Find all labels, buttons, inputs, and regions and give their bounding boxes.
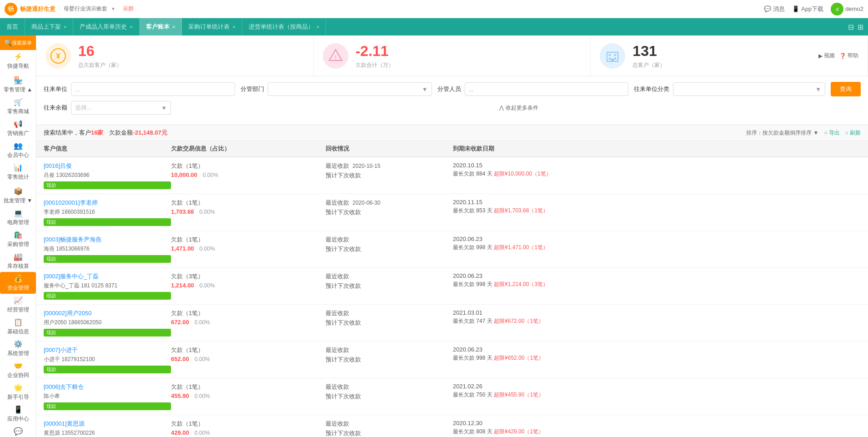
stat-icon-debt-total: ! bbox=[323, 43, 348, 69]
sidebar-item-inventory[interactable]: 🏭 库存核算 bbox=[0, 250, 36, 272]
tab-inbound-close[interactable]: × bbox=[316, 24, 319, 30]
overdue-link-1[interactable]: 超限¥10,000.00（1笔） bbox=[494, 171, 552, 177]
customer-name-4[interactable]: [0002]服务中心_丁磊 bbox=[44, 272, 171, 281]
export-btn[interactable]: ○ 导出 bbox=[824, 129, 840, 137]
tab-purchase-stats[interactable]: 采购订单统计表 × bbox=[182, 18, 242, 35]
sidebar-item-wechat[interactable]: 💬 企业微信 bbox=[0, 425, 36, 437]
retail-mgmt-icon: 🏪 bbox=[14, 76, 23, 85]
stat-label-total-customers: 总客户（家） bbox=[632, 61, 665, 69]
tab-production-close[interactable]: × bbox=[130, 24, 132, 30]
store-dropdown-icon[interactable]: ▼ bbox=[111, 6, 115, 11]
customer-tag-1: 现款 bbox=[44, 181, 171, 189]
sidebar-item-marketing[interactable]: 📢 营销推广 bbox=[0, 117, 36, 139]
overdue-link-7[interactable]: 超限¥455.90（1笔） bbox=[494, 392, 544, 398]
sidebar-item-newbie[interactable]: 🌟 新手引导 bbox=[0, 381, 36, 403]
customer-name-7[interactable]: [0006]去下粮仓 bbox=[44, 383, 171, 391]
tab-production[interactable]: 产成品入库单历史 × bbox=[73, 18, 139, 35]
dept-select[interactable]: ▼ bbox=[268, 82, 432, 96]
overdue-link-2[interactable]: 超限¥1,703.68（1笔） bbox=[494, 207, 548, 214]
stat-card-total-customers: 131 总客户（家） ▶ 视频 ❓ 帮助 bbox=[591, 35, 868, 76]
sort-select[interactable]: 排序：按欠款金额倒序排序 ▼ bbox=[746, 129, 819, 137]
overdue-link-6[interactable]: 超限¥652.00（1笔） bbox=[494, 355, 544, 361]
results-actions: 排序：按欠款金额倒序排序 ▼ ○ 导出 ○ 刷新 bbox=[746, 129, 861, 137]
balance-select[interactable]: 选择... ▼ bbox=[71, 101, 171, 115]
overdue-link-3[interactable]: 超限¥1,471.00（1笔） bbox=[494, 244, 548, 251]
source-unit-input[interactable]: ... bbox=[71, 82, 235, 96]
debt-amount-6: 652.00 bbox=[171, 356, 189, 362]
customer-name-3[interactable]: [0003]畅捷服务尹海燕 bbox=[44, 236, 171, 244]
sidebar-item-retail-mgmt[interactable]: 🏪 零售管理 ▲ bbox=[0, 74, 36, 95]
collection-info-8: 最近收款 预计下次收款 bbox=[326, 420, 453, 437]
overdue-link-8[interactable]: 超限¥429.00（1笔） bbox=[494, 428, 544, 435]
svg-rect-8 bbox=[614, 58, 616, 60]
message-btn[interactable]: 💬 消息 bbox=[764, 5, 785, 13]
user-menu[interactable]: d demo2 bbox=[831, 3, 863, 15]
tab-home[interactable]: 首页 bbox=[0, 18, 25, 35]
sidebar-item-basic-info[interactable]: 📋 基础信息 bbox=[0, 316, 36, 337]
customer-tag-2: 现款 bbox=[44, 218, 171, 226]
collapse-filters-btn[interactable]: ⋀ 收起更多条件 bbox=[497, 102, 540, 114]
customer-count: 16家 bbox=[91, 129, 103, 136]
user-name: demo2 bbox=[845, 5, 863, 12]
customer-phone-4: 服务中心_丁磊 181 0125 8371 bbox=[44, 282, 171, 290]
tab-customer-account[interactable]: 客户账本 × bbox=[140, 18, 182, 35]
app-download-btn[interactable]: 📱 App下载 bbox=[792, 5, 823, 13]
help-icon: ❓ bbox=[839, 53, 846, 59]
sidebar-item-purchase[interactable]: 🛍️ 采购管理 bbox=[0, 228, 36, 250]
customer-info-6: [0007]小进干 小进干 18279152100 现款 bbox=[44, 346, 171, 373]
tab-restore-btn[interactable]: ⊟ bbox=[848, 23, 854, 31]
sidebar-item-retail-stats[interactable]: 📊 零售统计 bbox=[0, 161, 36, 183]
app-download-label: App下载 bbox=[801, 5, 823, 13]
tab-products-close[interactable]: × bbox=[64, 24, 66, 30]
marketing-icon: 📢 bbox=[14, 120, 23, 128]
sidebar-item-finance[interactable]: 💰 资金管理 bbox=[0, 272, 36, 294]
building-icon bbox=[604, 48, 621, 64]
tab-expand-btn[interactable]: ⊞ bbox=[858, 23, 863, 31]
collection-info-2: 最近收款 2020-06-30 预计下次收款 bbox=[326, 199, 453, 216]
customer-name-2[interactable]: [0001020001]李老师 bbox=[44, 199, 171, 207]
sidebar-item-members[interactable]: 👥 会员中心 bbox=[0, 139, 36, 161]
filter-label-dept: 分管部门 bbox=[241, 85, 264, 93]
logo-icon: 畅 bbox=[5, 3, 17, 15]
help-btn[interactable]: ❓ 帮助 bbox=[839, 52, 858, 60]
sidebar-item-ecommerce[interactable]: 💻 电商管理 bbox=[0, 206, 36, 228]
table-row: [0016]吕俊 吕俊 13026203696 现款 欠款（1笔） 10,000… bbox=[36, 157, 868, 194]
tab-products[interactable]: 商品上下架 × bbox=[25, 18, 73, 35]
overdue-link-5[interactable]: 超限¥672.00（1笔） bbox=[494, 318, 544, 324]
sort-label: 排序：按欠款金额倒序排序 bbox=[746, 129, 812, 137]
sidebar-item-quick-nav[interactable]: ⚡ 快捷导航 bbox=[0, 50, 36, 72]
debt-label-3: 欠款（1笔） bbox=[171, 236, 326, 244]
overdue-info-1: 2020.10.15 最长欠款 884 天 超限¥10,000.00（1笔） bbox=[453, 162, 861, 178]
debt-percent-7: 0.00% bbox=[195, 393, 210, 399]
sidebar-item-retail-mall[interactable]: 🛒 零售商城 bbox=[0, 95, 36, 117]
sidebar-item-operations[interactable]: 📈 经营管理 bbox=[0, 294, 36, 316]
sidebar-item-system[interactable]: ⚙️ 系统管理 bbox=[0, 337, 36, 359]
refresh-btn[interactable]: ○ 刷新 bbox=[845, 129, 861, 137]
overdue-link-4[interactable]: 超限¥1,214.00（3笔） bbox=[494, 281, 548, 287]
red-label: 示胆 bbox=[123, 5, 134, 13]
sidebar-item-batch-mgmt[interactable]: 📦 批发管理 ▼ bbox=[0, 185, 36, 206]
stat-icon-total-customers bbox=[600, 43, 625, 69]
customer-name-6[interactable]: [0007]小进干 bbox=[44, 346, 171, 354]
sidebar-item-app-center[interactable]: 📱 应用中心 bbox=[0, 403, 36, 425]
customer-name-5[interactable]: [000002]用户2050 bbox=[44, 309, 171, 317]
video-btn[interactable]: ▶ 视频 bbox=[818, 52, 835, 60]
user-avatar: d bbox=[831, 3, 843, 15]
tab-purchase-close[interactable]: × bbox=[232, 24, 235, 30]
overdue-info-5: 2021.03.01 最长欠款 747 天 超限¥672.00（1笔） bbox=[453, 309, 861, 325]
category-select[interactable]: ▼ bbox=[673, 82, 825, 96]
debt-amount-row-2: 1,703.68 0.00% bbox=[171, 208, 326, 215]
search-menu-btn[interactable]: 🔍 搜索菜单 bbox=[0, 35, 36, 50]
collection-info-1: 最近收款 2020-10-15 预计下次收款 bbox=[326, 162, 453, 180]
svg-rect-6 bbox=[614, 54, 616, 56]
sidebar-item-enterprise[interactable]: 🤝 企业协同 bbox=[0, 359, 36, 381]
overdue-days-8: 最长欠款 808 天 超限¥429.00（1笔） bbox=[453, 428, 861, 436]
dept-arrow: ▼ bbox=[422, 86, 428, 93]
tab-customer-close[interactable]: × bbox=[172, 24, 175, 30]
search-button[interactable]: 查询 bbox=[831, 82, 861, 96]
person-input[interactable]: ... bbox=[465, 82, 629, 96]
customer-name-1[interactable]: [0016]吕俊 bbox=[44, 162, 171, 170]
tab-inbound-stats[interactable]: 进货单统计表（按商品） × bbox=[242, 18, 326, 35]
customer-name-8[interactable]: [000001]黄思源 bbox=[44, 420, 171, 428]
customer-phone-8: 黄思源 13552700226 bbox=[44, 429, 171, 437]
